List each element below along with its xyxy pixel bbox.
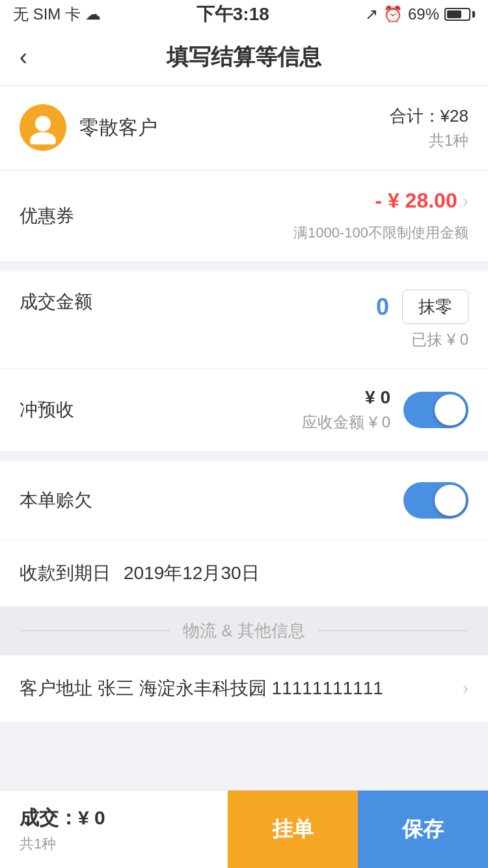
credit-toggle-knob <box>435 485 466 516</box>
prepay-toggle[interactable] <box>403 392 468 428</box>
bottom-deal-label: 成交： <box>20 807 78 828</box>
coupon-section: 优惠券 - ¥ 28.00 › 满1000-100不限制使用金额 <box>0 170 488 261</box>
bottom-bar: 成交：¥ 0 共1种 挂单 保存 <box>0 790 488 868</box>
prepay-label: 冲预收 <box>20 398 74 422</box>
credit-section: 本单赊欠 收款到期日 2019年12月30日 <box>0 461 488 606</box>
due-date-row: 收款到期日 2019年12月30日 <box>0 540 488 606</box>
deal-section: 成交金额 0 抹零 已抹 ¥ 0 冲预收 ¥ 0 应收金额 ¥ 0 <box>0 271 488 451</box>
bottom-deal-row: 成交：¥ 0 <box>20 805 208 832</box>
due-date-label: 收款到期日 <box>20 561 111 586</box>
credit-row: 本单赊欠 <box>0 461 488 540</box>
nav-bar: ‹ 填写结算等信息 <box>0 29 488 86</box>
divider-line-right <box>318 631 468 631</box>
coupon-label: 优惠券 <box>20 204 74 228</box>
coupon-right: - ¥ 28.00 › 满1000-100不限制使用金额 <box>293 189 468 243</box>
svg-point-0 <box>35 116 51 131</box>
status-left: 无 SIM 卡 ☁ <box>13 4 101 25</box>
alarm-icon: ⏰ <box>383 5 403 23</box>
pending-button[interactable]: 挂单 <box>228 791 358 869</box>
address-chevron-icon: › <box>463 678 468 699</box>
deal-label: 成交金额 <box>20 290 92 314</box>
credit-toggle[interactable] <box>403 482 468 519</box>
prepay-amounts: ¥ 0 应收金额 ¥ 0 <box>302 387 390 433</box>
coupon-desc: 满1000-100不限制使用金额 <box>293 223 468 243</box>
deal-subtotal: 已抹 ¥ 0 <box>411 329 468 350</box>
status-time: 下午3:18 <box>197 2 269 27</box>
address-row[interactable]: 客户地址 张三 海淀永丰科技园 11111111111 › <box>0 655 488 722</box>
back-button[interactable]: ‹ <box>13 37 34 77</box>
prepay-sub-amount: 应收金额 ¥ 0 <box>302 412 390 433</box>
toggle-knob <box>435 394 466 426</box>
round-zero-button[interactable]: 抹零 <box>402 290 468 324</box>
address-label: 客户地址 <box>20 676 98 701</box>
status-right: ↗ ⏰ 69% <box>365 5 475 23</box>
status-bar: 无 SIM 卡 ☁ 下午3:18 ↗ ⏰ 69% <box>0 0 488 29</box>
bottom-count: 共1种 <box>20 834 208 854</box>
credit-label: 本单赊欠 <box>20 488 92 513</box>
deal-amount-value[interactable]: 0 <box>376 293 389 321</box>
avatar <box>20 104 66 151</box>
coupon-row[interactable]: 优惠券 - ¥ 28.00 › 满1000-100不限制使用金额 <box>0 170 488 261</box>
content-area: 零散客户 合计：¥28 共1种 优惠券 - ¥ 28.00 › 满1000-10… <box>0 86 488 839</box>
bottom-deal-amount: ¥ 0 <box>78 807 105 828</box>
svg-point-1 <box>30 132 56 144</box>
save-button[interactable]: 保存 <box>358 791 488 869</box>
battery-percent: 69% <box>408 5 439 23</box>
divider-line-left <box>20 631 170 631</box>
total-amount-label: 合计：¥28 <box>390 105 468 128</box>
sim-status: 无 SIM 卡 ☁ <box>13 4 101 25</box>
customer-info: 零散客户 <box>20 104 157 151</box>
deal-right: 0 抹零 已抹 ¥ 0 <box>376 290 468 350</box>
customer-name: 零散客户 <box>79 115 157 141</box>
address-value: 张三 海淀永丰科技园 11111111111 <box>98 676 456 701</box>
battery-icon <box>444 8 475 21</box>
customer-card: 零散客户 合计：¥28 共1种 <box>0 86 488 169</box>
address-section: 客户地址 张三 海淀永丰科技园 11111111111 › <box>0 655 488 722</box>
divider-text: 物流 & 其他信息 <box>170 619 318 642</box>
due-date-value: 2019年12月30日 <box>124 561 260 586</box>
bottom-info: 成交：¥ 0 共1种 <box>0 805 228 854</box>
prepay-right: ¥ 0 应收金额 ¥ 0 <box>302 387 468 433</box>
prepay-row: 冲预收 ¥ 0 应收金额 ¥ 0 <box>0 369 488 451</box>
prepay-main-amount: ¥ 0 <box>365 387 390 408</box>
coupon-chevron-icon: › <box>463 191 468 211</box>
deal-amount-row: 成交金额 0 抹零 已抹 ¥ 0 <box>0 271 488 369</box>
customer-total: 合计：¥28 共1种 <box>390 105 468 151</box>
location-icon: ↗ <box>365 5 378 23</box>
page-title: 填写结算等信息 <box>167 42 321 72</box>
coupon-amount: - ¥ 28.00 <box>375 189 457 213</box>
total-count-label: 共1种 <box>390 130 468 151</box>
section-divider: 物流 & 其他信息 <box>0 606 488 655</box>
